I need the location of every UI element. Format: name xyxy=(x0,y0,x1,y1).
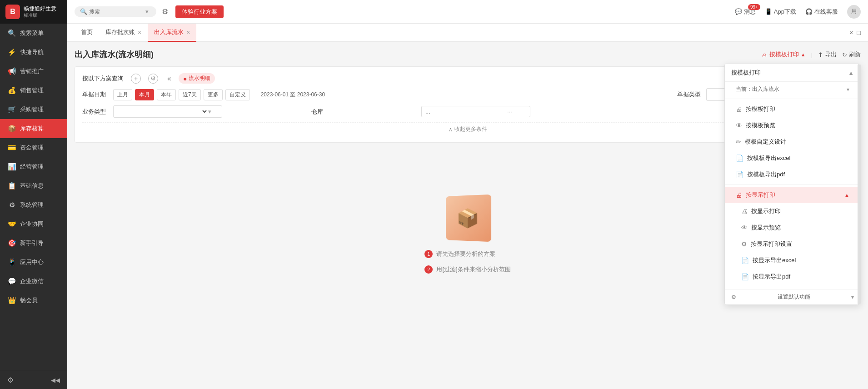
divider1: | xyxy=(811,51,813,58)
filter-tag-shuimingxi[interactable]: ● 流水明细 xyxy=(179,73,215,84)
dropdown-item-template-preview[interactable]: 👁 按模板预览 xyxy=(725,117,860,134)
dropdown-scrollbar[interactable] xyxy=(858,64,860,304)
topbar-gear-icon[interactable]: ⚙ xyxy=(162,7,168,16)
sidebar-item-shortcut[interactable]: ⚡ 快捷导航 xyxy=(0,43,67,62)
template-excel-icon: 📄 xyxy=(736,155,743,162)
footer-arrow[interactable]: ▾ xyxy=(851,294,854,300)
sidebar-item-basic[interactable]: 📋 基础信息 xyxy=(0,176,67,195)
voucher-type-label: 单据类型 xyxy=(677,90,701,99)
sidebar-item-member[interactable]: 👑 畅会员 xyxy=(0,291,67,310)
sidebar-settings-icon[interactable]: ⚙ xyxy=(7,376,14,384)
step1-num: 1 xyxy=(424,250,433,258)
topbar-search-input[interactable] xyxy=(89,9,144,15)
page-title: 出入库流水(流水明细) xyxy=(75,49,154,60)
display-excel-icon: 📄 xyxy=(741,257,749,264)
dropdown-item-template-custom[interactable]: ✏ 模板自定义设计 xyxy=(725,134,860,150)
template-print-button[interactable]: 🖨 按模板打印 ▲ xyxy=(762,50,806,59)
online-service-button[interactable]: 🎧 在线客服 xyxy=(805,8,838,16)
page-actions: 🖨 按模板打印 ▲ | ⬆ 导出 ↻ 刷新 xyxy=(762,50,861,59)
sidebar-item-search[interactable]: 🔍 搜索菜单 xyxy=(0,24,67,43)
date-label: 单据日期 xyxy=(82,90,106,99)
topbar-search-dropdown[interactable]: ▾ xyxy=(145,8,149,15)
sidebar-item-wechat[interactable]: 💬 企业微信 xyxy=(0,272,67,291)
user-avatar[interactable]: 用 xyxy=(847,5,861,19)
business-type-dropdown[interactable] xyxy=(117,108,208,115)
display-excel-label: 按显示导出excel xyxy=(753,256,796,264)
tab-home[interactable]: 首页 xyxy=(75,24,99,42)
display-print-icon: 🖨 xyxy=(741,208,748,215)
chevron-up-icon: ∧ xyxy=(449,126,453,133)
marketing-icon: 📢 xyxy=(7,67,16,76)
tab-batch-account[interactable]: 库存批次账 × xyxy=(99,24,148,42)
main-content: 🔍 ▾ ⚙ 体验行业方案 💬 消息 99+ 📱 App下载 🎧 在线客服 用 xyxy=(67,0,868,389)
dropdown-item-template-excel[interactable]: 📄 按模板导出excel xyxy=(725,150,860,166)
template-pdf-label: 按模板导出pdf xyxy=(747,170,785,179)
sidebar-item-cooperation[interactable]: 🤝 企业协同 xyxy=(0,214,67,234)
purchase-icon: 🛒 xyxy=(7,105,16,114)
refresh-button[interactable]: ↻ 刷新 xyxy=(842,50,861,59)
display-print-section-label: 按显示打印 xyxy=(746,191,775,199)
dropdown-item-display-settings[interactable]: ⚙ 按显示打印设置 xyxy=(725,236,860,252)
tab-flow[interactable]: 出入库流水 × xyxy=(148,24,196,42)
current-arrow[interactable]: ▾ xyxy=(847,86,849,93)
page-header: 出入库流水(流水明细) 🖨 按模板打印 ▲ | ⬆ 导出 ↻ 刷新 xyxy=(75,49,861,60)
topbar-right: 💬 消息 99+ 📱 App下载 🎧 在线客服 用 xyxy=(735,5,861,19)
search-menu-icon: 🔍 xyxy=(7,29,16,38)
topbar-search-wrap: 🔍 ▾ xyxy=(75,6,156,17)
date-btn-this-year[interactable]: 本年 xyxy=(157,89,176,100)
app-download-button[interactable]: 📱 App下载 xyxy=(765,8,796,16)
filter-collapse-arrow[interactable]: « xyxy=(167,75,171,83)
date-btn-custom[interactable]: 自定义 xyxy=(225,89,250,100)
dropdown-section-display-print[interactable]: 🖨 按显示打印 ▲ xyxy=(725,187,860,203)
warehouse-input[interactable] xyxy=(425,108,507,115)
app-download-icon: 📱 xyxy=(765,8,772,15)
sidebar-item-marketing[interactable]: 📢 营销推广 xyxy=(0,62,67,81)
dropdown-collapse-arrow[interactable]: ▲ xyxy=(848,70,854,76)
display-pdf-icon: 📄 xyxy=(741,273,749,280)
date-btn-last-month[interactable]: 上月 xyxy=(113,89,132,100)
inventory-icon: 📦 xyxy=(7,124,16,133)
warehouse-more-btn[interactable]: ··· xyxy=(507,108,512,115)
display-print-label: 按显示打印 xyxy=(751,207,781,215)
dropdown-item-display-excel[interactable]: 📄 按显示导出excel xyxy=(725,252,860,269)
sidebar-bottom: ⚙ ◀◀ xyxy=(0,371,67,389)
logo-text: 畅捷通好生意 标准版 xyxy=(24,5,56,19)
tab-collapse-button[interactable]: □ xyxy=(857,29,861,36)
display-settings-icon: ⚙ xyxy=(741,240,747,248)
template-print-item-label: 按模板打印 xyxy=(746,105,775,113)
tab-flow-close[interactable]: × xyxy=(186,29,190,36)
sidebar-collapse-icon[interactable]: ◀◀ xyxy=(51,377,60,384)
dropdown-item-display-print[interactable]: 🖨 按显示打印 xyxy=(725,203,860,219)
dropdown-item-template-print[interactable]: 🖨 按模板打印 xyxy=(725,101,860,117)
dropdown-header: 按模板打印 ▲ xyxy=(725,64,860,82)
sidebar-item-operation[interactable]: 📊 经营管理 xyxy=(0,157,67,176)
cooperation-icon: 🤝 xyxy=(7,219,16,229)
tab-bar: 首页 库存批次账 × 出入库流水 × × □ xyxy=(67,24,868,42)
business-type-select[interactable]: ▾ xyxy=(113,105,222,118)
sidebar-item-inventory[interactable]: 📦 库存核算 xyxy=(0,119,67,138)
system-icon: ⚙ xyxy=(7,200,16,209)
sidebar-item-app[interactable]: 📱 应用中心 xyxy=(0,253,67,272)
tab-close-all-button[interactable]: × xyxy=(849,29,853,36)
export-button[interactable]: ⬆ 导出 xyxy=(818,50,837,59)
business-select-arrow: ▾ xyxy=(208,108,211,115)
dropdown-item-template-pdf[interactable]: 📄 按模板导出pdf xyxy=(725,166,860,183)
sidebar-item-guide[interactable]: 🎯 新手引导 xyxy=(0,234,67,253)
dropdown-item-display-preview[interactable]: 👁 按显示预览 xyxy=(725,219,860,236)
filter-add-button[interactable]: + xyxy=(131,74,141,84)
shortcut-icon: ⚡ xyxy=(7,48,16,57)
date-btn-this-month[interactable]: 本月 xyxy=(135,89,154,100)
tab-batch-close[interactable]: × xyxy=(138,29,141,36)
dropdown-item-display-pdf[interactable]: 📄 按显示导出pdf xyxy=(725,269,860,285)
date-btn-more[interactable]: 更多 xyxy=(204,89,223,100)
trial-button[interactable]: 体验行业方案 xyxy=(175,5,224,18)
sidebar-item-purchase[interactable]: 🛒 采购管理 xyxy=(0,100,67,119)
date-btn-7days[interactable]: 近7天 xyxy=(179,89,201,100)
sidebar-item-finance[interactable]: 💳 资金管理 xyxy=(0,138,67,157)
sidebar-item-system[interactable]: ⚙ 系统管理 xyxy=(0,195,67,214)
filter-setting-button[interactable]: ⚙ xyxy=(148,74,158,84)
message-button[interactable]: 💬 消息 99+ xyxy=(735,8,756,16)
basic-icon: 📋 xyxy=(7,181,16,190)
template-excel-label: 按模板导出excel xyxy=(747,154,790,162)
sidebar-item-sales[interactable]: 💰 销售管理 xyxy=(0,81,67,100)
